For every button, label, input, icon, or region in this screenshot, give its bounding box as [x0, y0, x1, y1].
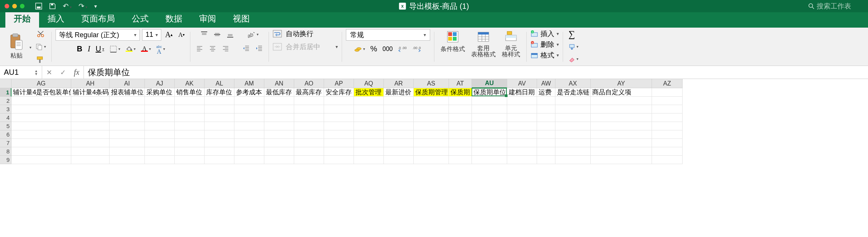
cell-AH7[interactable] — [71, 139, 110, 147]
comma-button[interactable]: 000 — [381, 44, 395, 54]
cell-AX5[interactable] — [555, 122, 591, 130]
cell-AQ2[interactable] — [354, 97, 384, 105]
wrap-text-button[interactable]: 自动换行 — [273, 29, 338, 38]
cell-AG6[interactable] — [11, 130, 71, 139]
cell-AJ1[interactable]: 采购单位 — [145, 88, 175, 97]
cell-AV9[interactable] — [507, 156, 537, 164]
maximize-window-button[interactable] — [20, 4, 25, 8]
cell-AV1[interactable]: 建档日期 — [507, 88, 537, 97]
cell-AR5[interactable] — [384, 122, 414, 130]
col-header-AS[interactable]: AS — [414, 79, 449, 88]
increase-decimal-button[interactable]: .0.00 — [396, 44, 409, 54]
tab-视图[interactable]: 视图 — [224, 10, 258, 28]
cell-AV2[interactable] — [507, 97, 537, 105]
cell-AM5[interactable] — [234, 122, 264, 130]
cell-AN2[interactable] — [264, 97, 294, 105]
cell-AO6[interactable] — [294, 130, 324, 139]
cell-AX6[interactable] — [555, 130, 591, 139]
row-header-2[interactable]: 2 — [0, 97, 11, 105]
cell-AH4[interactable] — [71, 114, 110, 122]
cell-AG3[interactable] — [11, 105, 71, 114]
align-top-button[interactable] — [199, 29, 210, 40]
bold-button[interactable]: B — [75, 44, 84, 54]
increase-indent-button[interactable] — [254, 43, 265, 54]
cell-AR1[interactable]: 最新进价 — [384, 88, 414, 97]
accept-formula-button[interactable]: ✓ — [56, 66, 70, 79]
borders-button[interactable] — [108, 44, 122, 54]
cell-AZ2[interactable] — [652, 97, 683, 105]
paste-menu-button[interactable] — [28, 43, 31, 50]
font-name-selector[interactable]: 等线 Regular (正文)▾ — [56, 29, 140, 41]
conditional-format-button[interactable]: 条件格式 — [438, 29, 467, 54]
cell-AR2[interactable] — [384, 97, 414, 105]
cell-AV5[interactable] — [507, 122, 537, 130]
cell-AZ7[interactable] — [652, 139, 683, 147]
cell-AV8[interactable] — [507, 147, 537, 156]
cell-AZ8[interactable] — [652, 147, 683, 156]
cell-AJ3[interactable] — [145, 105, 175, 114]
cell-AQ6[interactable] — [354, 130, 384, 139]
cell-AO2[interactable] — [294, 97, 324, 105]
cell-AS7[interactable] — [414, 139, 449, 147]
cells-area[interactable]: 辅计量4是否包装单位辅计量4条码报表辅单位采购单位销售单位库存单位参考成本最低库… — [11, 88, 683, 164]
cell-AX8[interactable] — [555, 147, 591, 156]
cancel-formula-button[interactable]: ✕ — [42, 66, 56, 79]
cell-AY9[interactable] — [591, 156, 652, 164]
italic-button[interactable]: I — [86, 44, 92, 54]
fill-color-button[interactable] — [124, 44, 137, 54]
decrease-decimal-button[interactable]: .00.0 — [411, 44, 423, 54]
col-header-AM[interactable]: AM — [234, 79, 264, 88]
col-header-AG[interactable]: AG — [11, 79, 71, 88]
format-cells-button[interactable]: 格式▾ — [531, 51, 559, 60]
cell-AG7[interactable] — [11, 139, 71, 147]
cell-AQ7[interactable] — [354, 139, 384, 147]
cell-AP8[interactable] — [324, 147, 354, 156]
cell-AV4[interactable] — [507, 114, 537, 122]
col-header-AN[interactable]: AN — [264, 79, 294, 88]
cell-AS4[interactable] — [414, 114, 449, 122]
tab-公式[interactable]: 公式 — [123, 10, 157, 28]
cell-AR9[interactable] — [384, 156, 414, 164]
tab-开始[interactable]: 开始 — [5, 10, 39, 28]
cell-AO4[interactable] — [294, 114, 324, 122]
cell-AT4[interactable] — [449, 114, 472, 122]
cell-AM2[interactable] — [234, 97, 264, 105]
cell-AS1[interactable]: 保质期管理 — [414, 88, 449, 97]
cell-AR7[interactable] — [384, 139, 414, 147]
cell-AJ2[interactable] — [145, 97, 175, 105]
cell-AY4[interactable] — [591, 114, 652, 122]
cell-AM3[interactable] — [234, 105, 264, 114]
cell-AO3[interactable] — [294, 105, 324, 114]
phonetic-guide-button[interactable]: abc A — [155, 44, 167, 54]
col-header-AV[interactable]: AV — [507, 79, 537, 88]
cell-AS3[interactable] — [414, 105, 449, 114]
cell-AX2[interactable] — [555, 97, 591, 105]
cell-AU2[interactable] — [472, 97, 507, 105]
cell-AZ9[interactable] — [652, 156, 683, 164]
cell-AJ5[interactable] — [145, 122, 175, 130]
cell-AJ6[interactable] — [145, 130, 175, 139]
cell-AW4[interactable] — [537, 114, 555, 122]
cell-AL9[interactable] — [205, 156, 234, 164]
cell-AW1[interactable]: 运费 — [537, 88, 555, 97]
cell-AS6[interactable] — [414, 130, 449, 139]
search-input[interactable] — [817, 2, 863, 10]
cell-AH2[interactable] — [71, 97, 110, 105]
cell-AJ7[interactable] — [145, 139, 175, 147]
cell-AG9[interactable] — [11, 156, 71, 164]
cell-AS8[interactable] — [414, 147, 449, 156]
col-header-AX[interactable]: AX — [555, 79, 591, 88]
cell-AY5[interactable] — [591, 122, 652, 130]
cell-AI5[interactable] — [110, 122, 145, 130]
decrease-indent-button[interactable] — [241, 43, 252, 54]
col-header-AL[interactable]: AL — [205, 79, 234, 88]
cell-AT5[interactable] — [449, 122, 472, 130]
name-box[interactable]: AU1 ▲▼ — [0, 66, 42, 79]
cell-AQ5[interactable] — [354, 122, 384, 130]
cell-AT7[interactable] — [449, 139, 472, 147]
cell-AY2[interactable] — [591, 97, 652, 105]
align-bottom-button[interactable] — [225, 29, 236, 40]
cell-AN4[interactable] — [264, 114, 294, 122]
cell-AQ3[interactable] — [354, 105, 384, 114]
cell-AM1[interactable]: 参考成本 — [234, 88, 264, 97]
